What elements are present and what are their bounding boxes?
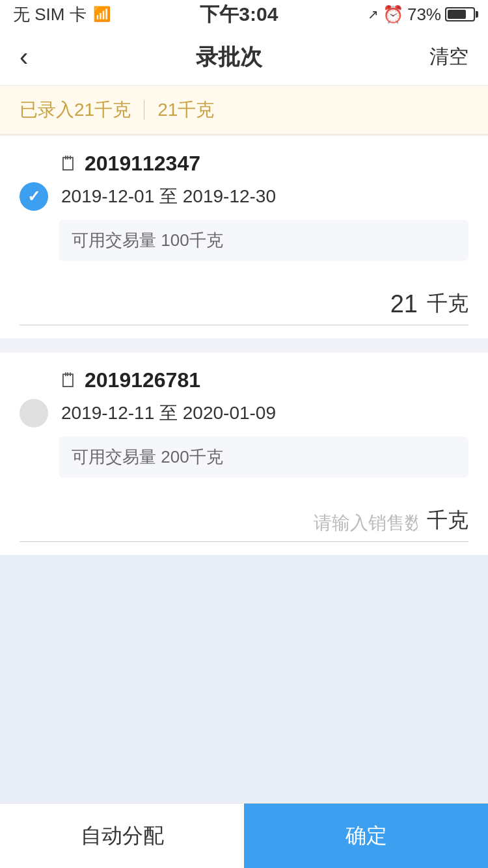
empty-area xyxy=(0,555,488,802)
qty-unit-0: 千克 xyxy=(427,290,468,318)
wifi-icon: 📶 xyxy=(93,6,111,23)
location-icon: ↗ xyxy=(368,7,379,22)
auto-distribute-button[interactable]: 自动分配 xyxy=(0,804,244,868)
qty-input-1[interactable] xyxy=(314,507,418,535)
qty-input-0[interactable] xyxy=(314,290,418,318)
status-left: 无 SIM 卡 📶 xyxy=(13,3,111,26)
carrier-label: 无 SIM 卡 xyxy=(13,3,87,26)
batch-doc-icon-1: 🗒 xyxy=(59,370,78,392)
batch-card-1: 🗒 2019126781 2019-12-11 至 2020-01-09 可用交… xyxy=(0,353,488,555)
section-divider xyxy=(0,338,488,351)
battery-fill xyxy=(448,10,466,19)
batch-title-row-0: 🗒 2019112347 xyxy=(20,152,468,176)
radio-button-0[interactable] xyxy=(20,182,48,211)
qty-unit-1: 千克 xyxy=(427,506,468,535)
batch-card-inner-1: 🗒 2019126781 2019-12-11 至 2020-01-09 可用交… xyxy=(0,353,488,493)
qty-row-1: 千克 xyxy=(0,493,488,541)
recorded-label: 已录入21千克 xyxy=(20,98,131,122)
banner-divider xyxy=(144,100,144,120)
page-title: 录批次 xyxy=(196,42,262,72)
card-bottom-spacing-0 xyxy=(0,325,488,338)
battery-percent: 73% xyxy=(407,5,441,25)
batch-title-row-1: 🗒 2019126781 xyxy=(20,368,468,392)
nav-bar: ‹ 录批次 清空 xyxy=(0,29,488,86)
bottom-bar: 自动分配 确定 xyxy=(0,803,488,868)
status-right: ↗ ⏰ 73% xyxy=(368,5,475,25)
radio-button-1[interactable] xyxy=(20,399,48,427)
card-bottom-spacing-1 xyxy=(0,542,488,555)
batch-doc-icon-0: 🗒 xyxy=(59,153,78,175)
available-qty-0: 可用交易量 100千克 xyxy=(59,220,468,261)
clear-button[interactable]: 清空 xyxy=(429,44,468,70)
back-button[interactable]: ‹ xyxy=(20,42,28,72)
battery-icon xyxy=(445,7,475,21)
qty-row-0: 千克 xyxy=(0,277,488,325)
confirm-button[interactable]: 确定 xyxy=(244,804,488,868)
time-label: 下午3:04 xyxy=(200,1,278,28)
batch-card-0: 🗒 2019112347 2019-12-01 至 2019-12-30 可用交… xyxy=(0,136,488,338)
info-banner: 已录入21千克 21千克 xyxy=(0,86,488,135)
alarm-icon: ⏰ xyxy=(383,5,403,25)
date-row-0[interactable]: 2019-12-01 至 2019-12-30 xyxy=(20,182,468,211)
recorded-value: 21千克 xyxy=(157,98,214,122)
batch-id-1: 2019126781 xyxy=(85,368,200,392)
date-range-0: 2019-12-01 至 2019-12-30 xyxy=(61,184,276,209)
status-bar: 无 SIM 卡 📶 下午3:04 ↗ ⏰ 73% xyxy=(0,0,488,29)
batch-card-inner-0: 🗒 2019112347 2019-12-01 至 2019-12-30 可用交… xyxy=(0,136,488,277)
date-range-1: 2019-12-11 至 2020-01-09 xyxy=(61,401,276,426)
batch-id-0: 2019112347 xyxy=(85,152,200,176)
available-qty-1: 可用交易量 200千克 xyxy=(59,437,468,478)
date-row-1[interactable]: 2019-12-11 至 2020-01-09 xyxy=(20,399,468,427)
